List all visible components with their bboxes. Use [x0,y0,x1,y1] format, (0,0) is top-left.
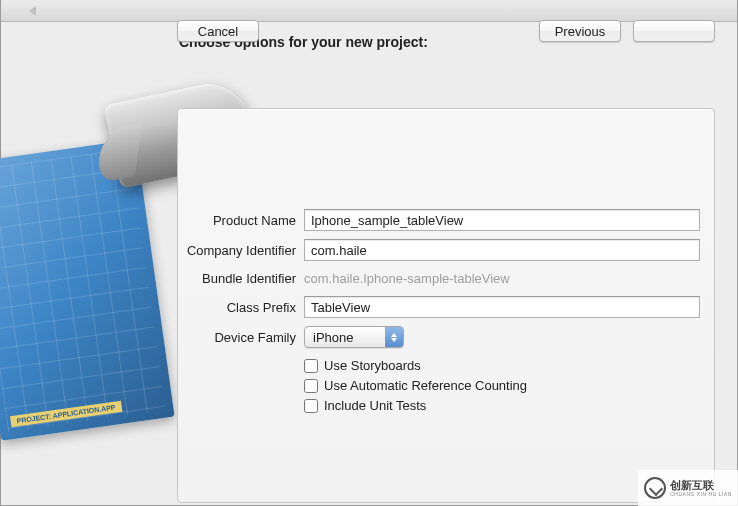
include-unit-tests-label[interactable]: Include Unit Tests [324,398,426,413]
watermark-main: 创新互联 [670,479,714,491]
watermark-logo-icon [644,477,666,499]
company-identifier-input[interactable] [304,239,700,261]
blueprint-tag: PROJECT: APPLICATION.APP [10,401,122,427]
product-name-label: Product Name [178,213,296,228]
nav-back-icon [29,6,36,16]
title-bar [1,0,737,22]
use-storyboards-checkbox[interactable] [304,359,318,373]
device-family-label: Device Family [178,330,296,345]
bundle-identifier-value: com.haile.Iphone-sample-tableView [304,269,700,288]
decorative-artwork: PROJECT: APPLICATION.APP [1,100,176,440]
project-options-sheet: Choose options for your new project: PRO… [1,22,737,505]
class-prefix-label: Class Prefix [178,300,296,315]
use-arc-label[interactable]: Use Automatic Reference Counting [324,378,527,393]
include-unit-tests-checkbox[interactable] [304,399,318,413]
use-storyboards-label[interactable]: Use Storyboards [324,358,421,373]
product-name-input[interactable] [304,209,700,231]
cancel-button[interactable]: Cancel [177,20,259,42]
watermark-sub: CHUANG XIN HU LIAN [670,491,732,497]
next-button[interactable] [633,20,715,42]
use-arc-checkbox[interactable] [304,379,318,393]
device-family-select[interactable]: iPhone [304,326,404,348]
watermark: 创新互联 CHUANG XIN HU LIAN [638,470,738,506]
previous-button[interactable]: Previous [539,20,621,42]
bundle-identifier-label: Bundle Identifier [178,271,296,286]
class-prefix-input[interactable] [304,296,700,318]
company-identifier-label: Company Identifier [178,243,296,258]
form-panel: Product Name Company Identifier Bundle I… [177,108,715,503]
